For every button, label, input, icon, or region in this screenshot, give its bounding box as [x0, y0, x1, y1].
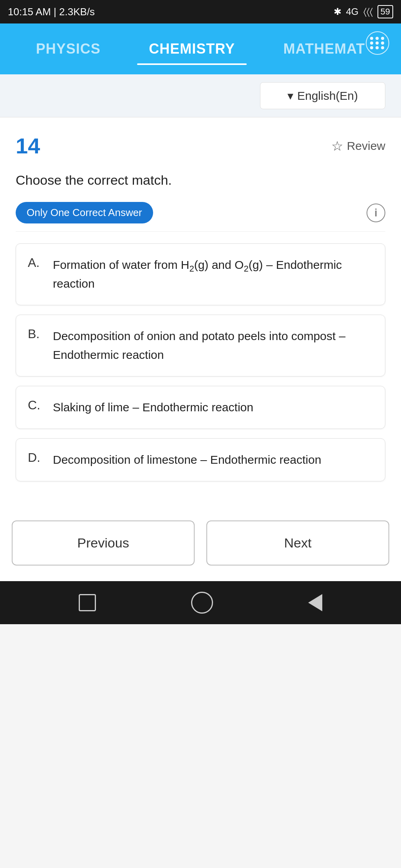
back-triangle-icon[interactable] — [308, 594, 322, 611]
answer-type-row: Only One Correct Answer i — [16, 202, 385, 232]
option-c-text: Slaking of lime – Endothermic reaction — [53, 398, 253, 417]
answer-type-badge: Only One Correct Answer — [16, 202, 153, 223]
navigation-buttons: Previous Next — [0, 513, 401, 581]
language-bar: ▾ English(En) — [0, 74, 401, 117]
tab-chemistry[interactable]: CHEMISTRY — [137, 33, 247, 65]
question-text: Choose the correct match. — [16, 170, 385, 190]
chevron-down-icon: ▾ — [287, 89, 293, 103]
option-d[interactable]: D. Decomposition of limestone – Endother… — [16, 438, 385, 481]
signal-icon: 〈〈〈 — [363, 6, 373, 17]
option-a-text: Formation of water from H2(g) and O2(g) … — [53, 256, 373, 293]
option-a-letter: A. — [28, 256, 43, 270]
question-number: 14 — [16, 133, 40, 158]
option-d-text: Decomposition of limestone – Endothermic… — [53, 450, 321, 469]
battery-indicator: 59 — [378, 5, 393, 18]
network-icon: 4G — [346, 6, 359, 17]
previous-button[interactable]: Previous — [12, 520, 195, 565]
bluetooth-icon: ✱ — [334, 6, 341, 17]
question-header: 14 ☆ Review — [16, 133, 385, 158]
language-selector[interactable]: ▾ English(En) — [260, 82, 385, 109]
option-a[interactable]: A. Formation of water from H2(g) and O2(… — [16, 243, 385, 305]
tab-bar: PHYSICS CHEMISTRY MATHEMAT — [0, 23, 401, 74]
square-recent-icon[interactable] — [79, 594, 96, 611]
review-label: Review — [347, 139, 385, 153]
status-right: ✱ 4G 〈〈〈 59 — [334, 5, 394, 18]
status-bar: 10:15 AM | 2.3KB/s ✱ 4G 〈〈〈 59 — [0, 0, 401, 23]
option-b[interactable]: B. Decomposition of onion and potato pee… — [16, 315, 385, 376]
tab-physics[interactable]: PHYSICS — [24, 33, 112, 65]
status-time: 10:15 AM | 2.3KB/s — [8, 6, 95, 18]
options-list: A. Formation of water from H2(g) and O2(… — [16, 243, 385, 481]
review-button[interactable]: ☆ Review — [331, 138, 385, 154]
tab-mathematics[interactable]: MATHEMAT — [272, 33, 377, 65]
option-b-text: Decomposition of onion and potato peels … — [53, 327, 373, 364]
option-d-letter: D. — [28, 450, 43, 465]
option-c[interactable]: C. Slaking of lime – Endothermic reactio… — [16, 386, 385, 429]
language-label: English(En) — [297, 89, 358, 103]
bottom-navigation-bar — [0, 581, 401, 624]
tab-list: PHYSICS CHEMISTRY MATHEMAT — [12, 33, 389, 65]
main-content: 14 ☆ Review Choose the correct match. On… — [0, 117, 401, 513]
home-circle-icon[interactable] — [191, 592, 213, 614]
star-icon: ☆ — [331, 138, 343, 154]
option-b-letter: B. — [28, 327, 43, 341]
option-c-letter: C. — [28, 398, 43, 412]
next-button[interactable]: Next — [206, 520, 389, 565]
info-icon[interactable]: i — [367, 203, 385, 222]
